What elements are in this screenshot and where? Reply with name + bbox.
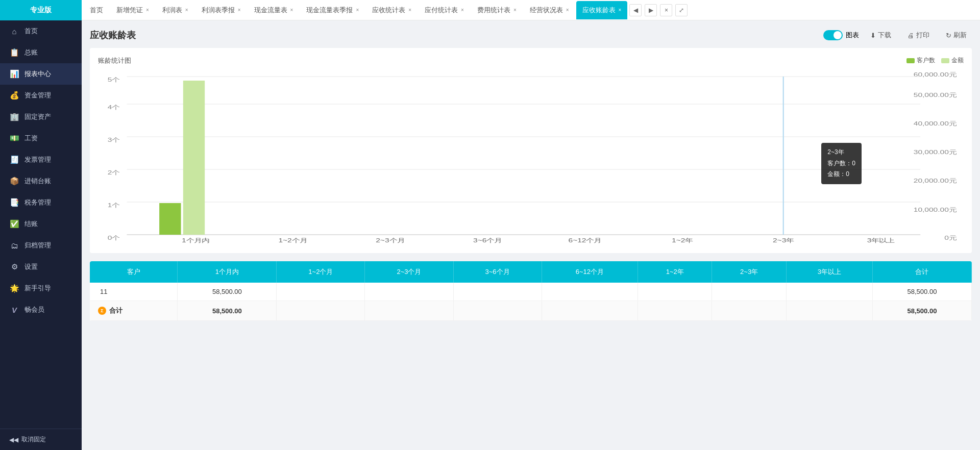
chart-wrapper: 0个 1个 2个 3个 4个 5个 0元 10,000.00元 20,000.0… (98, 71, 964, 245)
tab-label: 经营状况表 (530, 6, 563, 15)
close-icon[interactable]: × (356, 7, 359, 13)
cell-m6 (638, 283, 712, 301)
close-icon[interactable]: × (408, 7, 411, 13)
tab-expand-btn[interactable]: ⤢ (675, 4, 688, 16)
svg-text:1~2个月: 1~2个月 (278, 237, 307, 243)
sidebar-unpin[interactable]: ◀◀ 取消固定 (0, 429, 82, 450)
tab-cashflow[interactable]: 现金流量表 × (248, 1, 300, 19)
tab-bar: 首页 新增凭证 × 利润表 × 利润表季报 × 现金流量表 × 现金流量表季报 … (82, 0, 980, 20)
svg-text:5个: 5个 (108, 77, 120, 83)
download-icon: ⬇ (870, 32, 876, 39)
legend-customer-color (906, 58, 915, 63)
svg-text:20,000.00元: 20,000.00元 (914, 178, 957, 184)
svg-text:0元: 0元 (944, 235, 957, 241)
sidebar-item-guide[interactable]: 🌟 新手引导 (0, 278, 82, 299)
close-icon[interactable]: × (290, 7, 293, 13)
chart-toggle[interactable] (823, 30, 843, 40)
tab-profit[interactable]: 利润表 × (156, 1, 194, 19)
sidebar-item-salary[interactable]: 💵 工资 (0, 128, 82, 149)
legend-customers: 客户数 (906, 56, 935, 65)
tab-receivable-aging[interactable]: 应收账龄表 × (576, 1, 628, 19)
tab-prev-btn[interactable]: ◀ (629, 4, 642, 16)
print-button[interactable]: 🖨 打印 (902, 29, 935, 42)
chart-legend: 客户数 金额 (906, 56, 964, 65)
sidebar-logo: 专业版 (0, 0, 82, 20)
sidebar-item-home[interactable]: ⌂ 首页 (0, 20, 82, 42)
svg-text:2个: 2个 (108, 169, 120, 176)
tab-next-btn[interactable]: ▶ (645, 4, 657, 16)
sidebar-item-invoice[interactable]: 🧾 发票管理 (0, 149, 82, 170)
sidebar-item-vip[interactable]: V 畅会员 (0, 299, 82, 320)
sidebar-item-label: 资金管理 (24, 91, 51, 100)
sidebar-item-label: 固定资产 (24, 112, 51, 121)
tab-payable-stats[interactable]: 应付统计表 × (419, 1, 470, 19)
tab-label: 费用统计表 (477, 6, 510, 15)
sidebar-item-ledger[interactable]: 📋 总账 (0, 42, 82, 63)
sidebar-item-label: 新手引导 (24, 284, 51, 293)
ledger-icon: 📋 (9, 48, 19, 57)
tab-label: 应收统计表 (372, 6, 405, 15)
sidebar-item-stock[interactable]: 📦 进销台账 (0, 170, 82, 192)
sidebar-item-checkout[interactable]: ✅ 结账 (0, 213, 82, 235)
tab-cashflow-quarterly[interactable]: 现金流量表季报 × (300, 1, 365, 19)
tab-profit-quarterly[interactable]: 利润表季报 × (195, 1, 247, 19)
print-label: 打印 (916, 31, 929, 40)
refresh-button[interactable]: ↻ 刷新 (941, 29, 972, 42)
invoice-icon: 🧾 (9, 155, 19, 164)
close-icon[interactable]: × (566, 7, 569, 13)
col-total: 合计 (872, 261, 971, 283)
bar-amount-1 (183, 81, 205, 235)
vip-icon: V (9, 306, 19, 314)
total-m5 (542, 301, 638, 321)
tab-operations[interactable]: 经营状况表 × (524, 1, 575, 19)
close-icon[interactable]: × (238, 7, 241, 13)
svg-text:3个: 3个 (108, 137, 120, 143)
sidebar-item-archive[interactable]: 🗂 归档管理 (0, 235, 82, 256)
tab-label: 新增凭证 (116, 6, 143, 15)
tab-label: 现金流量表季报 (306, 6, 353, 15)
total-m6 (638, 301, 712, 321)
total-label-cell: Σ 合计 (90, 301, 178, 321)
close-icon[interactable]: × (461, 7, 464, 13)
close-icon[interactable]: × (146, 7, 149, 13)
close-icon[interactable]: × (513, 7, 517, 13)
svg-text:1个: 1个 (108, 202, 120, 208)
col-m4: 3~6个月 (453, 261, 542, 283)
tab-close-btn[interactable]: × (660, 4, 672, 16)
tab-new-voucher[interactable]: 新增凭证 × (110, 1, 155, 19)
tab-receivable-stats[interactable]: 应收统计表 × (366, 1, 418, 19)
tab-label: 应收账龄表 (582, 6, 616, 15)
sidebar-item-label: 首页 (24, 27, 38, 36)
svg-text:30,000.00元: 30,000.00元 (914, 149, 957, 155)
svg-text:60,000.00元: 60,000.00元 (914, 71, 957, 78)
close-icon[interactable]: × (185, 7, 188, 13)
tab-expense-stats[interactable]: 费用统计表 × (471, 1, 523, 19)
print-icon: 🖨 (908, 32, 914, 39)
sidebar-item-asset[interactable]: 🏢 固定资产 (0, 106, 82, 128)
sidebar-item-label: 总账 (24, 48, 38, 57)
stock-icon: 📦 (9, 177, 19, 186)
col-m3: 2~3个月 (365, 261, 453, 283)
download-button[interactable]: ⬇ 下载 (865, 29, 896, 42)
total-m2 (277, 301, 365, 321)
sidebar-item-label: 归档管理 (24, 241, 51, 250)
sidebar-item-label: 结账 (24, 219, 38, 229)
tab-label: 利润表季报 (202, 6, 235, 15)
cell-m2 (277, 283, 365, 301)
svg-text:3年以上: 3年以上 (867, 237, 895, 243)
sidebar-item-fund[interactable]: 💰 资金管理 (0, 85, 82, 106)
sidebar-item-settings[interactable]: ⚙ 设置 (0, 256, 82, 278)
cell-customer: 11 (90, 283, 178, 301)
sidebar-item-report[interactable]: 📊 报表中心 (0, 63, 82, 85)
fund-icon: 💰 (9, 91, 19, 100)
main-area: 首页 新增凭证 × 利润表 × 利润表季报 × 现金流量表 × 现金流量表季报 … (82, 0, 980, 450)
salary-icon: 💵 (9, 134, 19, 143)
refresh-label: 刷新 (953, 31, 967, 40)
svg-text:2~3年: 2~3年 (773, 237, 794, 243)
tab-home[interactable]: 首页 (84, 1, 109, 19)
total-icon: Σ (98, 307, 106, 315)
svg-text:3~6个月: 3~6个月 (473, 237, 502, 243)
sidebar-item-label: 进销台账 (24, 177, 51, 186)
close-icon[interactable]: × (619, 7, 622, 13)
sidebar-item-tax[interactable]: 📑 税务管理 (0, 192, 82, 213)
